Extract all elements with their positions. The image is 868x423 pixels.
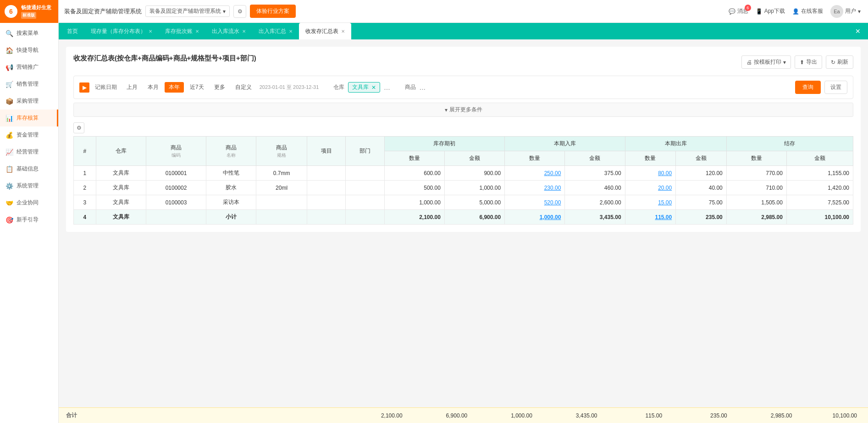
user-menu[interactable]: Ea 用户 ▾ [830,5,861,18]
cell-serial: 4 [74,210,96,225]
date-custom-btn[interactable]: 自定义 [231,82,256,93]
footer-closing-amt: 10,100.00 [796,412,861,419]
system-title: 装备及固定资产辅助管理系统 [64,7,142,16]
cell-in-qty[interactable]: 1,000.00 [505,210,565,225]
tab-close-batch[interactable]: ✕ [195,29,199,34]
cell-in-qty[interactable]: 250.00 [505,166,565,181]
cell-out-qty[interactable]: 15.00 [625,195,676,210]
cell-warehouse: 文具库 [96,195,146,210]
cell-product-name: 采访本 [206,195,256,210]
cell-product-name: 小计 [206,210,256,225]
filter-collapse-button[interactable]: ▶ [79,82,89,93]
tab-close-inout-summary[interactable]: ✕ [289,29,293,34]
col-group-closing: 结存 [726,137,853,151]
sidebar-item-quick-nav[interactable]: 🏠 快捷导航 [0,42,58,59]
date-7days-btn[interactable]: 近7天 [186,82,208,93]
expand-more-button[interactable]: ▾ 展开更多条件 [73,103,853,117]
sidebar-item-operations[interactable]: 📈 经营管理 [0,143,58,160]
messages-button[interactable]: 💬 消息 6 [729,7,748,15]
sidebar-item-finance[interactable]: 💰 资金管理 [0,126,58,143]
cell-opening-qty: 2,100.00 [384,210,444,225]
cell-opening-amt: 900.00 [444,166,504,181]
warehouse-tag-close[interactable]: ✕ [371,84,376,91]
cell-department [346,166,384,181]
try-industry-button[interactable]: 体验行业方案 [250,5,296,18]
warehouse-tag: 文具库 ✕ [348,82,380,93]
cell-out-qty[interactable]: 115.00 [625,210,676,225]
sidebar-item-search[interactable]: 🔍 搜索菜单 [0,25,58,42]
warehouse-more-button[interactable]: ... [384,83,390,92]
date-this-year-btn[interactable]: 本年 [165,82,184,93]
date-period-group: 上月 本月 本年 近7天 更多 自定义 2023-01-01 至 2023-12… [122,82,319,93]
logo-icon: 6 [5,5,17,18]
close-all-tabs-button[interactable]: ✕ [850,27,866,35]
refresh-icon: ↻ [831,59,835,66]
avatar: Ea [830,5,843,18]
tab-inout-flow[interactable]: 出入库流水 ✕ [205,23,252,39]
tab-home[interactable]: 首页 [61,23,84,39]
tab-close-recv-send[interactable]: ✕ [341,29,345,34]
sidebar-item-guide[interactable]: 🎯 新手引导 [0,211,58,228]
setting-button[interactable]: 设置 [824,81,847,94]
warehouse-filter: 仓库 文具库 ✕ ... [333,82,390,93]
sidebar-item-sales[interactable]: 🛒 销售管理 [0,76,58,93]
cell-closing-qty: 710.00 [726,181,786,195]
col-out-qty: 数量 [625,151,676,166]
cell-project [307,181,345,195]
col-group-in: 本期入库 [505,137,625,151]
tab-recv-send[interactable]: 收发存汇总表 ✕ [299,23,351,39]
sidebar-item-marketing[interactable]: 📢 营销推广 [0,59,58,76]
chevron-down-icon: ▾ [445,107,448,113]
tabs-bar: 首页 现存量（库存分布表） ✕ 库存批次账 ✕ 出入库流水 ✕ 出入库汇总 ✕ … [59,23,868,39]
sidebar-item-enterprise[interactable]: 🤝 企业协同 [0,194,58,211]
tab-close-stock-dist[interactable]: ✕ [149,29,152,34]
online-service-button[interactable]: 👤 在线客服 [792,7,823,15]
cell-in-qty[interactable]: 230.00 [505,181,565,195]
table-column-settings-button[interactable]: ⚙ [73,122,84,133]
export-button[interactable]: ⬆ 导出 [795,55,822,69]
mobile-icon: 📱 [756,8,763,15]
sidebar-menu: 🔍 搜索菜单 🏠 快捷导航 📢 营销推广 🛒 销售管理 📦 采购管理 📊 库存核… [0,23,58,230]
tab-stock-dist[interactable]: 现存量（库存分布表） ✕ [84,23,159,39]
date-more-btn[interactable]: 更多 [210,82,229,93]
cell-in-amt: 2,600.00 [565,195,625,210]
product-more-button[interactable]: ... [420,83,426,92]
sidebar-item-basic[interactable]: 📋 基础信息 [0,160,58,177]
footer-label: 合计 [66,412,332,419]
date-label: 记账日期 [95,83,117,91]
system-selector[interactable]: 装备及固定资产辅助管理系统 ▾ [145,5,230,17]
cell-out-qty[interactable]: 20.00 [625,181,676,195]
date-last-month-btn[interactable]: 上月 [122,82,142,93]
filter-bar: ▶ 记账日期 上月 本月 本年 近7天 更多 自定义 2023-01-01 至 … [73,76,853,99]
tab-close-inout-flow[interactable]: ✕ [242,29,246,34]
topbar-right: 💬 消息 6 📱 App下载 👤 在线客服 Ea 用户 ▾ [721,5,868,18]
settings-button[interactable]: ⚙ [233,5,246,18]
cell-opening-qty: 1,000.00 [384,195,444,210]
app-download-button[interactable]: 📱 App下载 [756,7,785,15]
cell-serial: 3 [74,195,96,210]
col-serial: # [74,137,96,166]
table-row: 1文具库0100001中性笔0.7mm600.00900.00250.00375… [74,166,853,181]
table-container: ⚙ # 仓库 商品编码 商品名称 商品规格 项目 部门 库存期初 本期入库 [73,122,853,225]
sidebar-item-purchase[interactable]: 📦 采购管理 [0,93,58,110]
sidebar-item-inventory[interactable]: 📊 库存核算 [0,110,58,126]
cell-product-spec: 0.7mm [256,166,307,181]
sidebar-item-system[interactable]: ⚙️ 系统管理 [0,177,58,194]
table-row: 3文具库0100003采访本1,000.005,000.00520.002,60… [74,195,853,210]
refresh-button[interactable]: ↻ 刷新 [826,55,853,69]
query-button[interactable]: 查询 [795,81,821,94]
inventory-icon: 📊 [6,115,13,122]
basic-icon: 📋 [6,165,13,173]
cell-in-qty[interactable]: 520.00 [505,195,565,210]
cell-out-amt: 235.00 [676,210,727,225]
table-row: 2文具库0100002胶水20ml500.001,000.00230.00460… [74,181,853,195]
footer-opening-amt: 6,900.00 [406,412,471,419]
cell-out-qty[interactable]: 80.00 [625,166,676,181]
col-product-name: 商品名称 [206,137,256,166]
tab-inout-summary[interactable]: 出入库汇总 ✕ [252,23,299,39]
date-this-month-btn[interactable]: 本月 [144,82,163,93]
message-icon: 💬 [729,8,735,15]
print-button[interactable]: 🖨 按模板打印 ▾ [741,55,791,69]
tab-batch[interactable]: 库存批次账 ✕ [159,23,205,39]
cell-opening-qty: 500.00 [384,181,444,195]
